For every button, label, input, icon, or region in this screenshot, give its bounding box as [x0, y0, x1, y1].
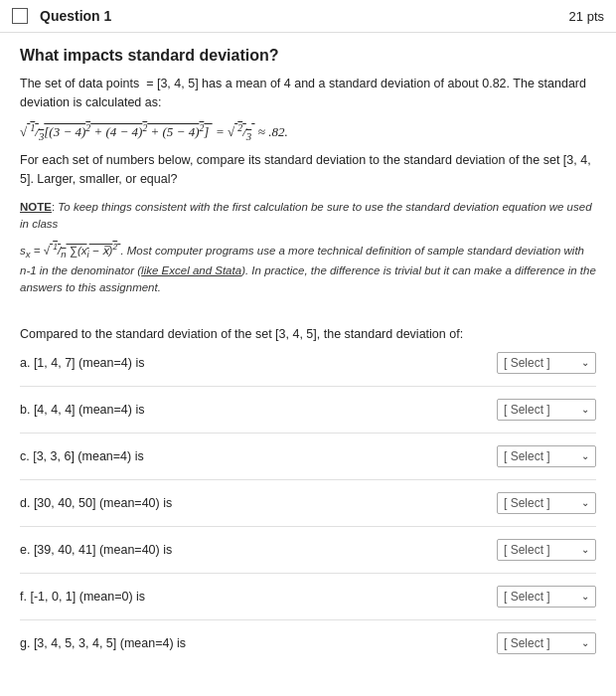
compare-intro: Compared to the standard deviation of th…: [20, 306, 596, 344]
main-question-text: What impacts standard deviation?: [20, 47, 596, 65]
item-b-label: b. [4, 4, 4] (mean=4) is: [20, 403, 491, 417]
main-content: What impacts standard deviation? The set…: [0, 33, 616, 664]
note-label: NOTE: [20, 201, 52, 213]
question-item-g: g. [3, 4, 5, 3, 4, 5] (mean=4) is [ Sele…: [20, 632, 596, 654]
question-item-f: f. [-1, 0, 1] (mean=0) is [ Select ] ⌄: [20, 586, 596, 608]
checkbox-icon[interactable]: [12, 8, 28, 24]
description-line1: The set of data points = [3, 4, 5] has a…: [20, 75, 596, 112]
question-items: a. [1, 4, 7] (mean=4) is [ Select ] ⌄ b.…: [20, 352, 596, 654]
item-a-select[interactable]: [ Select ] ⌄: [497, 352, 596, 374]
question-item-c: c. [3, 3, 6] (mean=4) is [ Select ] ⌄: [20, 445, 596, 467]
item-f-chevron-icon: ⌄: [581, 591, 589, 602]
note-text: To keep things consistent with the first…: [20, 201, 592, 230]
item-c-select[interactable]: [ Select ] ⌄: [497, 445, 596, 467]
item-b-select[interactable]: [ Select ] ⌄: [497, 399, 596, 421]
divider-ab: [20, 386, 596, 387]
item-a-select-text: [ Select ]: [504, 356, 550, 370]
item-c-label: c. [3, 3, 6] (mean=4) is: [20, 449, 491, 463]
question-item-e: e. [39, 40, 41] (mean=40) is [ Select ] …: [20, 539, 596, 561]
item-g-select[interactable]: [ Select ] ⌄: [497, 632, 596, 654]
question-header: Question 1 21 pts: [40, 8, 604, 24]
item-b-select-text: [ Select ]: [504, 403, 550, 417]
item-d-chevron-icon: ⌄: [581, 497, 589, 508]
note-section: NOTE: To keep things consistent with the…: [20, 199, 596, 234]
item-f-select[interactable]: [ Select ] ⌄: [497, 586, 596, 608]
item-d-select-text: [ Select ]: [504, 496, 550, 510]
points-label: 21 pts: [569, 9, 604, 24]
formula-note: sx = √ 1/n ∑(xi − x̅)2 . Most computer p…: [20, 241, 596, 296]
question-item-d: d. [30, 40, 50] (mean=40) is [ Select ] …: [20, 492, 596, 514]
item-f-select-text: [ Select ]: [504, 590, 550, 604]
item-d-label: d. [30, 40, 50] (mean=40) is: [20, 496, 491, 510]
item-e-select[interactable]: [ Select ] ⌄: [497, 539, 596, 561]
top-bar: Question 1 21 pts: [0, 0, 616, 33]
divider-de: [20, 526, 596, 527]
item-e-chevron-icon: ⌄: [581, 544, 589, 555]
question-title: Question 1: [40, 8, 111, 24]
item-d-select[interactable]: [ Select ] ⌄: [497, 492, 596, 514]
item-g-chevron-icon: ⌄: [581, 637, 589, 648]
description-line2: For each set of numbers below, compare i…: [20, 151, 596, 189]
divider-fg: [20, 619, 596, 620]
item-a-chevron-icon: ⌄: [581, 357, 589, 368]
item-c-chevron-icon: ⌄: [581, 450, 589, 461]
item-g-select-text: [ Select ]: [504, 636, 550, 650]
item-a-label: a. [1, 4, 7] (mean=4) is: [20, 356, 491, 370]
question-item-b: b. [4, 4, 4] (mean=4) is [ Select ] ⌄: [20, 399, 596, 421]
item-f-label: f. [-1, 0, 1] (mean=0) is: [20, 590, 491, 604]
item-b-chevron-icon: ⌄: [581, 404, 589, 415]
question-item-a: a. [1, 4, 7] (mean=4) is [ Select ] ⌄: [20, 352, 596, 374]
formula-display: √ 1/3[(3 − 4)2 + (4 − 4)2 + (5 − 4)2] = …: [20, 122, 596, 142]
item-c-select-text: [ Select ]: [504, 449, 550, 463]
item-g-label: g. [3, 4, 5, 3, 4, 5] (mean=4) is: [20, 636, 491, 650]
divider-ef: [20, 573, 596, 574]
item-e-select-text: [ Select ]: [504, 543, 550, 557]
item-e-label: e. [39, 40, 41] (mean=40) is: [20, 543, 491, 557]
divider-cd: [20, 479, 596, 480]
page-container: Question 1 21 pts What impacts standard …: [0, 0, 616, 696]
divider-bc: [20, 433, 596, 434]
